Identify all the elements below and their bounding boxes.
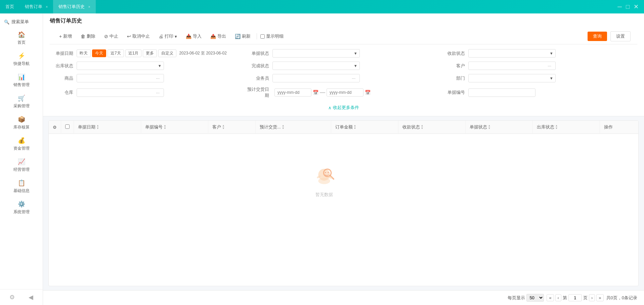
date-btn-today[interactable]: 今天 [92,49,106,57]
customer-dots-icon[interactable]: ··· [546,63,553,68]
th-no-sort[interactable]: ▲▼ [164,124,166,130]
cancel-stop-button[interactable]: ↩ 取消中止 [124,32,153,41]
search-menu[interactable]: 🔍 搜索菜单 [0,16,43,28]
sidebar-item-system[interactable]: ⚙️ 系统管理 [0,197,43,218]
goods-dots-icon[interactable]: ··· [155,76,161,81]
cancel-stop-label: 取消中止 [132,33,150,39]
th-doc-status-sort[interactable]: ▲▼ [488,124,491,130]
date-btn-1month[interactable]: 近1月 [125,49,142,57]
warehouse-dots-icon[interactable]: ··· [155,90,161,95]
collapse-text: 收起更多条件 [333,105,359,111]
window-maximize-icon[interactable]: □ [626,3,630,10]
th-no[interactable]: 单据编号 ▲▼ [141,121,208,134]
customer-select[interactable]: ··· [468,62,556,70]
print-button[interactable]: 🖨 打印 ▾ [156,32,180,41]
th-date-sort[interactable]: ▲▼ [96,124,99,130]
sidebar-item-basic-info[interactable]: 📋 基础信息 [0,176,43,197]
calendar-end-icon[interactable]: 📅 [365,90,371,95]
basic-info-icon: 📋 [18,179,25,187]
doc-status-select[interactable]: ▾ [272,49,360,58]
collapse-conditions[interactable]: ∧ 收起更多条件 [50,103,637,111]
complete-status-select[interactable]: ▾ [272,62,360,70]
salesperson-dots-icon[interactable]: ··· [350,76,357,81]
import-button[interactable]: 📥 导入 [183,32,204,41]
stop-button[interactable]: ⊘ 中止 [101,32,121,41]
th-customer-sort[interactable]: ▲▼ [222,124,225,130]
pay-status-select[interactable]: ▾ [468,49,556,58]
export-button[interactable]: 📤 导出 [208,32,229,41]
date-btn-yesterday[interactable]: 昨天 [77,49,91,57]
sidebar-item-sales[interactable]: 📊 销售管理 [0,70,43,91]
window-close-icon[interactable]: ✕ [634,3,639,10]
date-label: 单据日期 [50,50,77,56]
last-page-btn[interactable]: » [596,294,603,301]
sidebar-item-inventory[interactable]: 📦 库存核算 [0,112,43,134]
th-customer[interactable]: 客户 ▲▼ [208,121,256,134]
select-all-checkbox[interactable] [65,124,70,129]
pay-status-dropdown-icon: ▾ [550,51,553,56]
filter-row-1: 单据日期 昨天 今天 近7天 近1月 更多 自定义 2023-06-02 至 2… [50,49,637,58]
stock-status-select[interactable]: ▾ [77,62,164,70]
display-columns-checkbox[interactable]: 显示明细 [260,33,284,39]
th-stock-status[interactable]: 出库状态 ▲▼ [532,121,600,134]
th-delivery[interactable]: 预计交货... ▲▼ [255,121,331,134]
sidebar-item-quick-nav-label: 快捷导航 [13,61,30,67]
th-pay-status-sort[interactable]: ▲▼ [421,124,424,130]
current-page-input[interactable] [568,294,582,301]
doc-no-input[interactable] [468,88,535,97]
sidebar-item-finance[interactable]: 💰 资金管理 [0,134,43,155]
sidebar-item-purchase[interactable]: 🛒 采购管理 [0,91,43,112]
th-date[interactable]: 单据日期 ▲▼ [74,121,141,134]
settings-bottom-icon[interactable]: ⚙ [9,294,15,301]
sidebar: 🔍 搜索菜单 🏠 首页 ⚡ 快捷导航 📊 销售管理 🛒 采购管理 📦 库存核算 … [0,13,43,305]
department-dropdown-icon: ▾ [550,76,553,81]
th-stock-status-label: 出库状态 [537,124,554,130]
tab-sales-order[interactable]: 销售订单 × [19,0,53,13]
delivery-date-end[interactable] [327,88,363,97]
th-delivery-sort[interactable]: ▲▼ [282,124,285,130]
tab-home[interactable]: 首页 [0,0,19,13]
sidebar-item-quick-nav[interactable]: ⚡ 快捷导航 [0,49,43,70]
refresh-button[interactable]: 🔄 刷新 [232,32,253,41]
sidebar-item-system-label: 系统管理 [13,209,30,215]
th-pay-status[interactable]: 收款状态 ▲▼ [398,121,465,134]
page-size-select[interactable]: 10 20 50 100 [526,294,544,302]
th-amount[interactable]: 订单金额 ▲▼ [331,121,398,134]
tab-sales-order-history-close[interactable]: × [88,5,90,9]
sidebar-item-purchase-label: 采购管理 [13,103,30,109]
display-columns-input[interactable] [260,34,265,39]
tab-sales-order-close[interactable]: × [46,5,48,9]
query-button[interactable]: 查询 [588,32,607,41]
stock-status-label: 出库状态 [50,63,77,69]
sidebar-item-home[interactable]: 🏠 首页 [0,28,43,49]
department-select[interactable]: ▾ [468,74,556,82]
next-page-btn[interactable]: › [589,294,595,301]
th-doc-status[interactable]: 单据状态 ▲▼ [465,121,532,134]
collapse-sidebar-icon[interactable]: ◀ [29,294,33,301]
sidebar-item-operation[interactable]: 📈 经营管理 [0,155,43,176]
delivery-date-start[interactable] [274,88,311,97]
th-stock-status-sort[interactable]: ▲▼ [555,124,558,130]
tabs-container: 首页 销售订单 × 销售订单历史 × [0,0,96,13]
date-btn-7days[interactable]: 近7天 [108,49,124,57]
prev-page-btn[interactable]: ‹ [555,294,561,301]
new-button[interactable]: + 新增 [56,32,75,41]
date-btn-more[interactable]: 更多 [143,49,157,57]
warehouse-select[interactable]: ··· [77,88,164,97]
window-minimize-icon[interactable]: ─ [617,3,622,10]
settings-button[interactable]: 设置 [610,31,631,41]
salesperson-select[interactable]: ··· [272,74,360,82]
calendar-start-icon[interactable]: 📅 [313,90,318,95]
delivery-date-filter: 预计交货日期 📅 — 📅 [246,86,441,99]
delete-label: 删除 [87,33,95,39]
date-btn-custom[interactable]: 自定义 [158,49,176,57]
delete-button[interactable]: 🗑 删除 [78,32,98,41]
sidebar-item-inventory-label: 库存核算 [13,124,30,130]
tab-sales-order-history[interactable]: 销售订单历史 × [53,0,95,13]
goods-select[interactable]: ··· [77,74,164,82]
table-checkbox-cell[interactable] [61,121,74,134]
first-page-btn[interactable]: « [547,294,554,301]
table-gear-cell[interactable]: ⚙ [49,121,61,134]
empty-state: 暂无数据 [49,134,600,225]
th-amount-sort[interactable]: ▲▼ [354,124,356,130]
